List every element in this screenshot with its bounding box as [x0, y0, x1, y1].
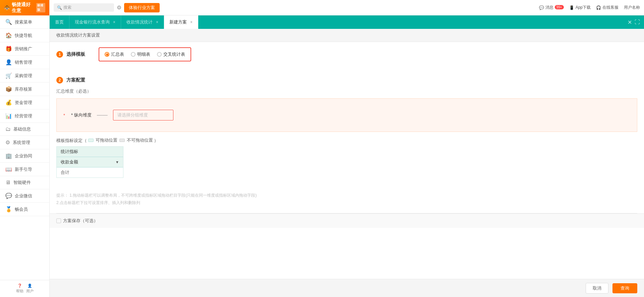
draggable-legend-swatch [88, 139, 94, 142]
fixed-legend-swatch [119, 139, 125, 142]
required-star: * [63, 113, 65, 118]
sidebar-bottom: ❓ 帮助 👤 用户 [0, 280, 49, 297]
radio-summary[interactable]: 汇总表 [105, 51, 124, 57]
sidebar-item-enterprise[interactable]: 🏢 企业协同 [0, 149, 49, 163]
page-title: 收款情况统计方案设置 [56, 33, 100, 38]
settings-icon[interactable]: ⚙ [117, 4, 121, 11]
sidebar-item-wechat[interactable]: 💬 企业微信 [0, 189, 49, 203]
sidebar-item-operation[interactable]: 📊 经营管理 [0, 109, 49, 123]
sidebar-item-label: 基础信息 [13, 126, 31, 132]
support-btn[interactable]: 🎧 在线客服 [596, 5, 619, 10]
query-button[interactable]: 查询 [612, 283, 637, 293]
metric-table: 统计指标 收款金额 ▼ 合计 [56, 146, 123, 178]
page-title-bar: 收款情况统计方案设置 [50, 29, 644, 42]
radio-cross[interactable]: 交叉统计表 [157, 51, 185, 57]
industry-btn[interactable]: 体验行业方案 [124, 3, 160, 12]
messages-btn[interactable]: 💬 消息 99+ [539, 5, 564, 10]
tab-new-plan-close[interactable]: × [190, 20, 193, 24]
tabbar-right-controls: ✕ ⛶ [628, 19, 644, 26]
save-option-bar: 方案保存（可选） [50, 213, 644, 228]
chat-icon: 💬 [5, 193, 12, 199]
save-checkbox[interactable] [56, 218, 61, 223]
user-profile-btn[interactable]: 用户名称 [624, 5, 640, 10]
sidebar-item-search-menu[interactable]: 🔍 搜索菜单 [0, 15, 49, 29]
sidebar-item-label: 智能硬件 [13, 180, 31, 186]
sidebar-item-finance[interactable]: 💰 资金管理 [0, 96, 49, 109]
tabbar: 首页 现金银行流水查询 × 收款情况统计 × 新建方案 × ✕ ⛶ [50, 15, 644, 29]
dimension-select[interactable]: 请选择分组维度 [113, 110, 173, 120]
support-label: 在线客服 [602, 5, 619, 10]
sidebar-logo: 🐯 畅捷通好生意 标准版 [0, 0, 49, 15]
tab-new-plan-label: 新建方案 [169, 19, 187, 25]
tab-collection-stats-close[interactable]: × [156, 20, 158, 24]
app-download-btn[interactable]: 📱 App下载 [569, 5, 591, 10]
sidebar-item-label: 采购管理 [15, 73, 32, 79]
radio-detail-circle [131, 52, 136, 57]
step1-num: 1 [56, 51, 63, 58]
radio-cross-label: 交叉统计表 [163, 51, 185, 57]
step1-section: 1 选择模板 汇总表 明细表 [50, 42, 644, 71]
content-area: 收款情况统计方案设置 1 选择模板 汇总表 [50, 29, 644, 279]
tab-collection-stats-label: 收款情况统计 [126, 19, 153, 25]
window-close-icon[interactable]: ✕ [628, 19, 632, 26]
help-icon: ❓ [17, 284, 22, 288]
sidebar-item-label: 经营管理 [15, 113, 32, 119]
building-icon: 🏢 [5, 153, 12, 159]
radio-detail[interactable]: 明细表 [131, 51, 150, 57]
money-icon: 💰 [5, 99, 12, 106]
sidebar-user[interactable]: 👤 用户 [26, 284, 34, 294]
sidebar-item-label: 新手引导 [15, 166, 32, 172]
chart-icon: 📊 [5, 113, 12, 119]
step2-indicator: 2 方案配置 [56, 77, 637, 84]
window-maximize-icon[interactable]: ⛶ [635, 19, 640, 25]
tip-line-1: 提示： 1.拖动标题栏可以调整布局，不可跨维度或指标区域拖动栏目字段(只能在同一… [56, 192, 637, 199]
sidebar-item-label: 企业协同 [15, 153, 32, 159]
tips-section: 提示： 1.拖动标题栏可以调整布局，不可跨维度或指标区域拖动栏目字段(只能在同一… [50, 189, 644, 213]
headset-icon: 🎧 [596, 5, 601, 10]
tab-new-plan[interactable]: 新建方案 × [164, 15, 198, 29]
messages-label: 消息 [545, 5, 553, 10]
search-icon: 🔍 [57, 5, 62, 10]
sidebar-item-label: 快捷导航 [15, 33, 32, 39]
box-icon: 📦 [5, 86, 12, 92]
user-label: 用户 [26, 289, 34, 294]
gear-icon: ⚙ [5, 139, 10, 146]
radio-detail-label: 明细表 [137, 51, 150, 57]
sidebar-item-guide[interactable]: 📖 新手引导 [0, 163, 49, 176]
sidebar-item-label: 企业微信 [15, 193, 32, 199]
cart-icon: 🛒 [5, 72, 12, 79]
collection-amount-row[interactable]: 收款金额 ▼ [57, 157, 123, 167]
step2-num: 2 [56, 77, 63, 84]
search-menu-icon: 🔍 [5, 19, 12, 25]
tab-cashflow[interactable]: 现金银行流水查询 × [69, 15, 121, 29]
tab-cashflow-close[interactable]: × [113, 20, 115, 24]
collection-amount-label: 收款金额 [61, 159, 78, 165]
sidebar-item-purchase[interactable]: 🛒 采购管理 [0, 69, 49, 83]
sidebar-item-label: 销售管理 [15, 59, 32, 65]
tab-collection-stats[interactable]: 收款情况统计 × [121, 15, 164, 29]
sidebar-item-quick-nav[interactable]: 🏠 快捷导航 [0, 29, 49, 42]
radio-cross-circle [157, 52, 162, 57]
cancel-button[interactable]: 取消 [586, 283, 608, 294]
total-row: 合计 [57, 167, 123, 178]
radio-summary-circle [105, 52, 109, 57]
sidebar-item-inventory[interactable]: 📦 库存核算 [0, 83, 49, 96]
dropdown-icon: ▼ [115, 160, 119, 164]
topbar-actions: 💬 消息 99+ 📱 App下载 🎧 在线客服 用户名称 [539, 5, 640, 10]
main-area: 🔍 搜索 ⚙ 体验行业方案 💬 消息 99+ 📱 App下载 🎧 在线客服 用户… [50, 0, 644, 297]
sidebar-help[interactable]: ❓ 帮助 [16, 284, 23, 294]
sidebar-item-member[interactable]: 🏅 畅会员 [0, 203, 49, 216]
sidebar-item-label: 库存核算 [15, 86, 32, 92]
sidebar-item-sales[interactable]: 👤 销售管理 [0, 56, 49, 69]
topbar-search-box[interactable]: 🔍 搜索 [54, 3, 114, 12]
sidebar-item-hardware[interactable]: 🖥 智能硬件 [0, 176, 49, 189]
sidebar-item-marketing[interactable]: 🎁 营销推广 [0, 42, 49, 56]
monitor-icon: 🖥 [5, 180, 11, 186]
folder-icon: 🗂 [5, 126, 11, 132]
arrow-icon: —— [97, 112, 108, 118]
sidebar-item-system[interactable]: ⚙ 系统管理 [0, 136, 49, 149]
tab-home[interactable]: 首页 [50, 15, 69, 29]
step2-label: 方案配置 [66, 77, 85, 83]
metric-table-container: 统计指标 收款金额 ▼ 合计 [56, 146, 637, 183]
sidebar-item-basic-info[interactable]: 🗂 基础信息 [0, 123, 49, 136]
